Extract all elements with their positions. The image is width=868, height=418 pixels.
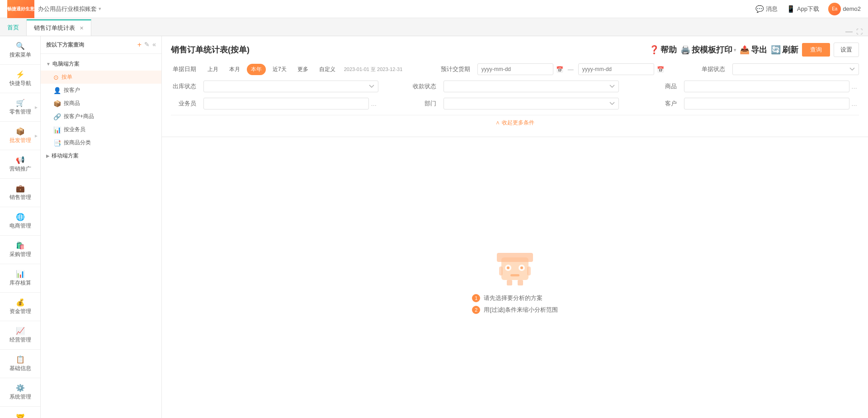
tip-1-text: 请先选择要分析的方案 — [484, 294, 542, 302]
tip-num-1: 1 — [472, 294, 480, 302]
sidebar-item-inventory[interactable]: 📊 库存核算 — [0, 264, 40, 293]
sidebar-item-system[interactable]: ⚙️ 系统管理 — [0, 378, 40, 407]
sidebar-item-procurement[interactable]: 🛍️ 采购管理 — [0, 236, 40, 264]
base-info-icon: 📋 — [16, 355, 25, 364]
collapse-panel-btn[interactable]: « — [152, 41, 156, 49]
topbar-right: 💬 消息 📱 App下载 Ea demo2 — [755, 3, 861, 15]
message-btn[interactable]: 💬 消息 — [755, 5, 778, 13]
edit-scheme-btn[interactable]: ✎ — [144, 41, 150, 49]
delivery-status-select[interactable] — [203, 81, 378, 92]
sidebar-item-label-finance: 资金管理 — [9, 308, 31, 315]
inventory-icon: 📊 — [16, 270, 25, 278]
app-download-btn[interactable]: 📱 App下载 — [787, 5, 819, 13]
customer-input[interactable] — [684, 98, 849, 109]
calendar-to-icon[interactable]: 📅 — [657, 66, 664, 73]
tab-sales-order-stats[interactable]: 销售订单统计表 ✕ — [27, 19, 91, 36]
date-range-text: 2023-01-01 至 2023-12-31 — [344, 66, 403, 73]
topbar-dropdown-icon[interactable]: ▾ — [99, 6, 101, 12]
print-btn[interactable]: 🖨️ 按模板打印 ▾ — [680, 44, 736, 55]
goods-input[interactable] — [684, 81, 849, 92]
by-product-category-icon: 📑 — [53, 139, 61, 147]
sidebar-item-retail[interactable]: 🛒 零售管理 — [0, 93, 40, 122]
order-status-select[interactable] — [732, 63, 859, 75]
sidebar-item-corp-collab[interactable]: 🤝 企业协同 — [0, 407, 40, 418]
print-dropdown-icon[interactable]: ▾ — [734, 48, 736, 52]
tabs-bar: 首页 销售订单统计表 ✕ — ⛶ — [0, 18, 868, 36]
scheme-group-pc-header[interactable]: ▼ 电脑端方案 — [41, 57, 161, 71]
scheme-group-mobile: ▶ 移动端方案 — [41, 149, 161, 162]
scheme-item-by-customer-product[interactable]: 🔗 按客户+商品 — [41, 110, 161, 123]
sidebar-item-base-info[interactable]: 📋 基础信息 — [0, 350, 40, 378]
department-select[interactable] — [443, 98, 618, 109]
scheme-group-pc-label: 电脑端方案 — [52, 60, 80, 68]
date-btn-this-month[interactable]: 本月 — [225, 64, 244, 75]
svg-rect-6 — [510, 274, 519, 276]
sidebar-item-label-inventory: 库存核算 — [9, 279, 31, 287]
sidebar-item-ecommerce[interactable]: 🌐 电商管理 — [0, 207, 40, 236]
tip-num-2: 2 — [472, 306, 480, 314]
scheme-item-by-customer-product-label: 按客户+商品 — [64, 113, 94, 120]
refresh-icon: 🔄 — [771, 45, 781, 55]
scheme-group-mobile-header[interactable]: ▶ 移动端方案 — [41, 149, 161, 162]
date-btn-this-year[interactable]: 本年 — [247, 64, 266, 75]
sidebar-item-label-operations: 经营管理 — [9, 336, 31, 344]
settings-button[interactable]: 设置 — [834, 43, 859, 57]
date-to-input[interactable] — [578, 63, 654, 75]
scheme-item-by-order[interactable]: ⊙ 按单 — [41, 71, 161, 84]
page-title-dropdown[interactable]: 办公用品行业模拟账套 ▾ — [38, 5, 101, 13]
export-btn[interactable]: 📤 导出 — [740, 44, 767, 55]
customer-more-btn[interactable]: … — [849, 100, 859, 107]
date-filter: 上月 本月 本年 近7天 更多 自定义 2023-01-01 至 2023-12… — [203, 64, 402, 75]
date-btn-last-month[interactable]: 上月 — [203, 64, 222, 75]
message-icon: 💬 — [755, 5, 764, 13]
by-salesperson-icon: 📊 — [53, 126, 61, 133]
tab-close-icon[interactable]: ✕ — [80, 25, 84, 31]
user-profile[interactable]: Ea demo2 — [828, 3, 861, 15]
date-btn-last-7-days[interactable]: 近7天 — [269, 64, 291, 75]
sidebar-item-sales[interactable]: 💼 销售管理 — [0, 179, 40, 207]
message-label: 消息 — [766, 5, 778, 13]
print-label: 按模板打印 — [692, 44, 732, 55]
empty-state: 1 请先选择要分析的方案 2 用[过滤]条件来缩小分析范围 — [162, 137, 868, 418]
empty-illustration — [488, 242, 542, 287]
svg-rect-1 — [497, 253, 533, 262]
scheme-item-by-product-category-label: 按商品分类 — [64, 139, 91, 147]
calendar-from-icon[interactable]: 📅 — [556, 66, 563, 73]
goods-label: 商品 — [651, 82, 677, 90]
collapse-up-icon: ∧ — [495, 119, 500, 126]
date-from-input[interactable] — [477, 63, 553, 75]
sidebar-item-label-sales: 销售管理 — [9, 194, 31, 201]
add-scheme-btn[interactable]: + — [137, 41, 142, 49]
salesperson-input[interactable] — [203, 98, 369, 109]
window-maximize-icon[interactable]: ⛶ — [856, 28, 863, 35]
help-btn[interactable]: ❓ 帮助 — [649, 44, 677, 55]
salesperson-label: 业务员 — [171, 100, 196, 108]
query-button[interactable]: 查询 — [802, 43, 830, 57]
sidebar-item-finance[interactable]: 💰 资金管理 — [0, 293, 40, 321]
goods-more-btn[interactable]: … — [849, 83, 859, 90]
scheme-item-by-salesperson[interactable]: 📊 按业务员 — [41, 123, 161, 136]
scheme-item-by-product-category[interactable]: 📑 按商品分类 — [41, 136, 161, 149]
sidebar-item-operations[interactable]: 📈 经营管理 — [0, 321, 40, 350]
sidebar-item-label-procurement: 采购管理 — [9, 251, 31, 258]
scheme-item-by-customer[interactable]: 👤 按客户 — [41, 84, 161, 97]
sidebar-item-wholesale[interactable]: 📦 批发管理 — [0, 122, 40, 150]
date-btn-custom[interactable]: 自定义 — [315, 64, 340, 75]
scheme-item-by-product[interactable]: 📦 按商品 — [41, 97, 161, 110]
sidebar-item-quick-nav[interactable]: ⚡ 快捷导航 — [0, 65, 40, 93]
sidebar-item-label-retail: 零售管理 — [9, 108, 31, 116]
empty-tips: 1 请先选择要分析的方案 2 用[过滤]条件来缩小分析范围 — [472, 294, 557, 314]
date-btn-more[interactable]: 更多 — [293, 64, 312, 75]
refresh-btn[interactable]: 🔄 刷新 — [771, 44, 798, 55]
receipt-status-select[interactable] — [443, 81, 618, 92]
sidebar-item-label-search: 搜索菜单 — [9, 51, 31, 59]
sidebar-item-marketing[interactable]: 📢 营销推广 — [0, 150, 40, 179]
collapse-filters-btn[interactable]: ∧ 收起更多条件 — [171, 115, 859, 130]
operations-icon: 📈 — [16, 327, 25, 335]
sidebar-item-search-menu[interactable]: 🔍 搜索菜单 — [0, 36, 40, 65]
svg-rect-10 — [518, 280, 523, 285]
window-minimize-icon[interactable]: — — [845, 28, 853, 36]
salesperson-more-btn[interactable]: … — [369, 100, 378, 107]
empty-tip-2: 2 用[过滤]条件来缩小分析范围 — [472, 306, 557, 314]
tab-home[interactable]: 首页 — [0, 19, 27, 36]
